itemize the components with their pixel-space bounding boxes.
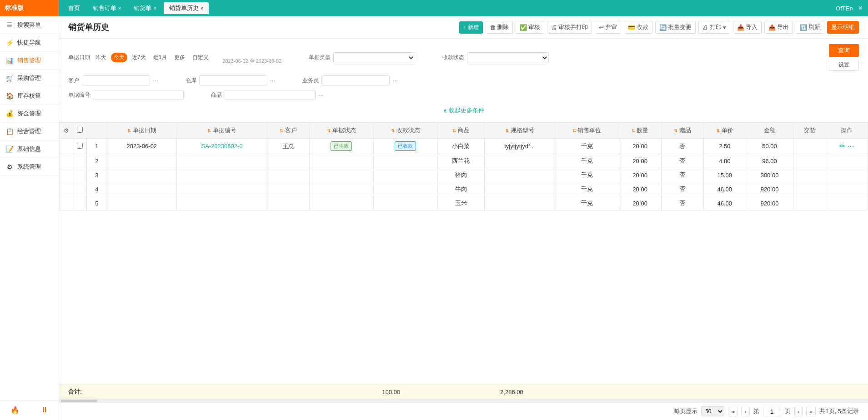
horizontal-scrollbar[interactable] (59, 399, 868, 402)
setting-button[interactable]: 设置 (829, 59, 859, 71)
sort-icon: ⇅ (207, 128, 211, 133)
tab-sales-history[interactable]: 销货单历史 × (164, 2, 209, 14)
date-filter-item: 单据日期 昨天 今天 近7天 近1月 更多 自定义 (68, 53, 211, 62)
sidebar-pause-btn[interactable]: ⏸ (37, 404, 52, 416)
review-print-button[interactable]: 🖨 审核并打印 (547, 21, 592, 34)
cell-unit: 千克 (555, 154, 619, 168)
date-range-text: 2023-06-02 至 2023-06-02 (222, 58, 281, 65)
sidebar-item-inventory-calc[interactable]: 🏠 库存核算 (0, 87, 59, 105)
delete-icon: 🗑 (490, 24, 496, 31)
goods-filter: 商品 ··· (211, 90, 324, 100)
doc-type-select[interactable] (333, 52, 415, 63)
next-page-btn[interactable]: › (794, 407, 803, 416)
doc-no-input[interactable] (93, 90, 184, 100)
refresh-button[interactable]: 🔃 刷新 (796, 21, 824, 34)
tab-sales-order-close[interactable]: × (118, 5, 121, 11)
collect-button[interactable]: 💳 收款 (624, 21, 652, 34)
date-chip-7days[interactable]: 近7天 (129, 53, 149, 62)
query-button[interactable]: 查询 (829, 44, 859, 57)
tab-bar: 首页 销售订单 × 销货单 × 销货单历史 × OfTEn × (59, 0, 868, 16)
sidebar-item-label: 库存核算 (17, 92, 41, 100)
more-action-icon[interactable]: ⋯ (847, 142, 854, 150)
cell-doc-no (177, 196, 267, 210)
col-customer[interactable]: ⇅ 客户 (267, 123, 309, 139)
col-doc-no[interactable]: ⇅ 单据编号 (177, 123, 267, 139)
tab-home[interactable]: 首页 (63, 2, 85, 14)
sidebar-item-search-menu[interactable]: ☰ 搜索菜单 (0, 16, 59, 34)
col-qty[interactable]: ⇅ 数量 (619, 123, 661, 139)
new-button[interactable]: + 新增 (459, 21, 483, 34)
cell-price: 2.50 (703, 139, 746, 154)
customer-picker-btn[interactable]: ··· (153, 77, 158, 84)
tab-sales-goods[interactable]: 销货单 × (128, 2, 161, 14)
sidebar-item-basic-info[interactable]: 📝 基础信息 (0, 140, 59, 158)
batch-change-button[interactable]: 🔄 批量变更 (655, 21, 696, 34)
export-button[interactable]: 📤 导出 (764, 21, 793, 34)
col-gear[interactable]: ⚙ (60, 123, 73, 139)
sidebar-fire-btn[interactable]: 🔥 (7, 404, 23, 416)
cell-amount: 920.00 (746, 196, 793, 210)
col-pay-status[interactable]: ⇅ 收款状态 (373, 123, 437, 139)
delete-button[interactable]: 🗑 删除 (486, 21, 513, 34)
cell-goods: 玉米 (437, 196, 484, 210)
row-checkbox[interactable] (77, 143, 83, 149)
cell-price: 46.00 (703, 196, 746, 210)
col-price[interactable]: ⇅ 单价 (703, 123, 746, 139)
sidebar-item-sys-mgmt[interactable]: ⚙ 系统管理 (0, 158, 59, 176)
date-chip-1month[interactable]: 近1月 (151, 53, 170, 62)
col-spec[interactable]: ⇅ 规格型号 (484, 123, 555, 139)
tab-sales-order[interactable]: 销售订单 × (87, 2, 126, 14)
col-doc-date[interactable]: ⇅ 单据日期 (107, 123, 177, 139)
import-button[interactable]: 📥 导入 (733, 21, 762, 34)
col-unit[interactable]: ⇅ 销售单位 (555, 123, 619, 139)
edit-icon[interactable]: ✏ (839, 142, 845, 150)
table-row: 4 牛肉 千克 20.00 否 46.00 920.00 (60, 182, 868, 196)
sidebar-item-sales-mgmt[interactable]: 📊 销售管理 (0, 52, 59, 70)
date-chip-today[interactable]: 今天 (111, 53, 127, 62)
date-chip-yesterday[interactable]: 昨天 (93, 53, 109, 62)
select-all-checkbox[interactable] (77, 127, 83, 133)
review-button[interactable]: ✅ 审核 (516, 21, 544, 34)
page-number-input[interactable] (763, 407, 781, 416)
prev-page-btn[interactable]: ‹ (741, 407, 749, 416)
warehouse-filter: 仓库 ··· (186, 75, 276, 85)
sidebar-item-purchase-mgmt[interactable]: 🛒 采购管理 (0, 70, 59, 87)
goods-input[interactable] (225, 90, 316, 100)
customer-input[interactable] (82, 75, 150, 85)
tab-home-label: 首页 (68, 4, 80, 12)
collapse-button[interactable]: ∧ 收起更多条件 (443, 106, 484, 115)
col-action: 操作 (826, 123, 868, 139)
cell-action (826, 196, 868, 210)
staff-input[interactable] (321, 75, 390, 85)
date-chip-custom[interactable]: 自定义 (190, 53, 211, 62)
sidebar-item-fund-mgmt[interactable]: 💰 资金管理 (0, 105, 59, 123)
abandon-button[interactable]: ↩ 弃审 (595, 21, 621, 34)
per-page-select[interactable]: 50 20 100 (701, 406, 724, 416)
date-chip-more[interactable]: 更多 (171, 53, 188, 62)
sidebar-item-biz-mgmt[interactable]: 📋 经营管理 (0, 123, 59, 140)
col-doc-status[interactable]: ⇅ 单据状态 (309, 123, 373, 139)
first-page-btn[interactable]: « (728, 407, 738, 416)
staff-picker-btn[interactable]: ··· (392, 77, 398, 84)
warehouse-input[interactable] (199, 75, 267, 85)
pay-status-select[interactable] (467, 52, 549, 63)
show-detail-button[interactable]: 显示明细 (827, 21, 859, 34)
sort-icon: ⇅ (391, 128, 395, 133)
print-button[interactable]: 🖨 打印 ▾ (698, 21, 730, 34)
warehouse-picker-btn[interactable]: ··· (270, 77, 276, 84)
tab-sales-goods-label: 销货单 (134, 4, 151, 12)
window-close-btn[interactable]: × (857, 4, 864, 12)
cell-doc-no: SA-20230602-0 (177, 139, 267, 154)
col-gift[interactable]: ⇅ 赠品 (661, 123, 703, 139)
warehouse-label: 仓库 (186, 77, 196, 85)
col-goods[interactable]: ⇅ 商品 (437, 123, 484, 139)
sidebar-item-quick-nav[interactable]: ⚡ 快捷导航 (0, 34, 59, 52)
tab-sales-history-close[interactable]: × (201, 5, 203, 11)
cell-spec (484, 196, 555, 210)
tab-sales-goods-close[interactable]: × (153, 5, 156, 11)
last-page-btn[interactable]: » (806, 407, 816, 416)
scrollbar-thumb[interactable] (61, 400, 97, 402)
table-row: 2 西兰花 千克 20.00 否 4.80 96.00 (60, 154, 868, 168)
goods-picker-btn[interactable]: ··· (318, 91, 324, 99)
sort-icon: ⇅ (452, 128, 456, 133)
